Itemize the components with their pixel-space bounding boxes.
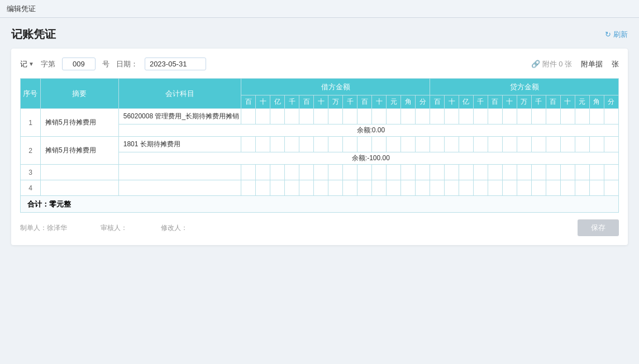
debit-amount-cell[interactable] [314,109,328,124]
credit-amount-cell[interactable] [459,180,473,196]
debit-amount-cell[interactable] [241,137,256,152]
debit-amount-cell[interactable] [241,109,256,124]
debit-amount-cell[interactable] [328,137,343,152]
credit-amount-cell[interactable] [531,165,546,180]
debit-amount-cell[interactable] [285,109,299,124]
account-cell[interactable] [118,180,241,196]
credit-amount-cell[interactable] [517,137,531,152]
debit-amount-cell[interactable] [416,180,430,196]
credit-amount-cell[interactable] [430,109,445,124]
debit-amount-cell[interactable] [357,109,372,124]
debit-amount-cell[interactable] [357,180,372,196]
credit-amount-cell[interactable] [488,137,502,152]
save-button[interactable]: 保存 [578,219,619,236]
credit-amount-cell[interactable] [430,137,445,152]
credit-amount-cell[interactable] [459,165,473,180]
debit-amount-cell[interactable] [241,165,256,180]
debit-amount-cell[interactable] [314,180,328,196]
debit-amount-cell[interactable] [401,180,416,196]
credit-amount-cell[interactable] [604,137,618,152]
credit-amount-cell[interactable] [517,165,531,180]
debit-amount-cell[interactable] [270,165,285,180]
credit-amount-cell[interactable] [531,137,546,152]
credit-amount-cell[interactable] [445,180,459,196]
debit-amount-cell[interactable] [299,165,314,180]
credit-amount-cell[interactable] [575,165,589,180]
debit-amount-cell[interactable] [256,180,270,196]
debit-amount-cell[interactable] [401,137,416,152]
credit-amount-cell[interactable] [560,109,575,124]
attach-doc-button[interactable]: 附单据 [581,59,603,69]
debit-amount-cell[interactable] [357,137,372,152]
debit-amount-cell[interactable] [343,137,357,152]
debit-amount-cell[interactable] [285,180,299,196]
credit-amount-cell[interactable] [531,109,546,124]
credit-amount-cell[interactable] [445,137,459,152]
credit-amount-cell[interactable] [604,165,618,180]
credit-amount-cell[interactable] [473,109,488,124]
debit-amount-cell[interactable] [401,165,416,180]
refresh-button[interactable]: ↻ 刷新 [605,30,628,40]
account-cell[interactable] [118,165,241,180]
credit-amount-cell[interactable] [430,165,445,180]
credit-amount-cell[interactable] [546,137,560,152]
credit-amount-cell[interactable] [604,109,618,124]
debit-amount-cell[interactable] [328,109,343,124]
credit-amount-cell[interactable] [502,109,517,124]
account-cell[interactable]: 1801 长期待摊费用 [118,137,241,152]
voucher-number-input[interactable] [62,58,96,70]
debit-amount-cell[interactable] [387,165,401,180]
summary-cell[interactable] [40,180,118,196]
credit-amount-cell[interactable] [546,165,560,180]
debit-amount-cell[interactable] [387,137,401,152]
debit-amount-cell[interactable] [314,165,328,180]
credit-amount-cell[interactable] [502,180,517,196]
debit-amount-cell[interactable] [256,137,270,152]
debit-amount-cell[interactable] [372,137,387,152]
debit-amount-cell[interactable] [270,137,285,152]
credit-amount-cell[interactable] [445,165,459,180]
credit-amount-cell[interactable] [502,137,517,152]
attachment-link[interactable]: 🔗 附件 0 张 [531,59,572,69]
debit-amount-cell[interactable] [299,137,314,152]
debit-amount-cell[interactable] [343,109,357,124]
credit-amount-cell[interactable] [517,180,531,196]
credit-amount-cell[interactable] [473,180,488,196]
credit-amount-cell[interactable] [459,137,473,152]
credit-amount-cell[interactable] [575,180,589,196]
debit-amount-cell[interactable] [416,109,430,124]
summary-cell[interactable]: 摊销5月待摊费用 [40,109,118,137]
debit-amount-cell[interactable] [299,109,314,124]
debit-amount-cell[interactable] [270,180,285,196]
date-input[interactable] [145,58,206,70]
debit-amount-cell[interactable] [372,109,387,124]
credit-amount-cell[interactable] [560,180,575,196]
credit-amount-cell[interactable] [459,109,473,124]
credit-amount-cell[interactable] [575,137,589,152]
credit-amount-cell[interactable] [589,109,604,124]
debit-amount-cell[interactable] [372,180,387,196]
debit-amount-cell[interactable] [372,165,387,180]
credit-amount-cell[interactable] [517,109,531,124]
credit-amount-cell[interactable] [589,165,604,180]
credit-amount-cell[interactable] [488,109,502,124]
debit-amount-cell[interactable] [314,137,328,152]
debit-amount-cell[interactable] [328,165,343,180]
credit-amount-cell[interactable] [502,165,517,180]
credit-amount-cell[interactable] [473,165,488,180]
voucher-type-selector[interactable]: 记 ▼ [20,59,34,69]
credit-amount-cell[interactable] [546,109,560,124]
credit-amount-cell[interactable] [560,137,575,152]
credit-amount-cell[interactable] [488,165,502,180]
debit-amount-cell[interactable] [256,109,270,124]
debit-amount-cell[interactable] [328,180,343,196]
credit-amount-cell[interactable] [430,180,445,196]
credit-amount-cell[interactable] [531,180,546,196]
debit-amount-cell[interactable] [343,180,357,196]
debit-amount-cell[interactable] [285,137,299,152]
debit-amount-cell[interactable] [416,165,430,180]
debit-amount-cell[interactable] [285,165,299,180]
credit-amount-cell[interactable] [589,180,604,196]
debit-amount-cell[interactable] [299,180,314,196]
credit-amount-cell[interactable] [560,165,575,180]
